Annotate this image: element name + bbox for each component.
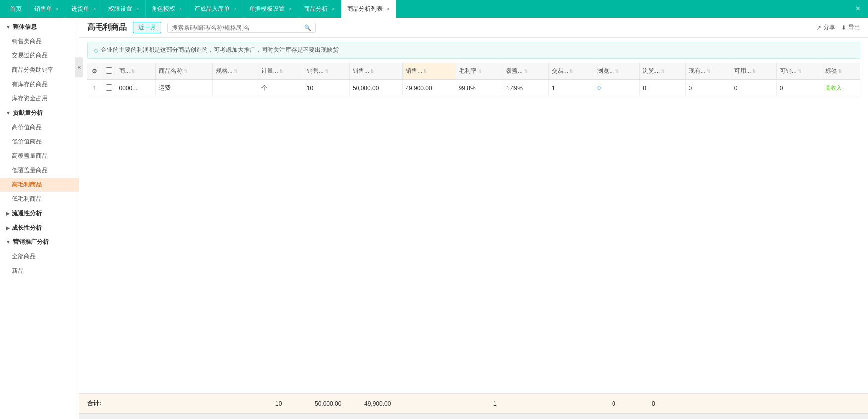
export-button[interactable]: ⬇ 导出 [841,23,860,32]
filter-period-button[interactable]: 近一月 [133,22,161,33]
sort-icon: ⇅ [184,69,188,74]
nav-label-home: 首页 [10,5,22,13]
th-available-stock[interactable]: 可用... ⇅ [731,63,776,80]
total-gross-margin-spacer [414,400,454,407]
share-button[interactable]: ↗ 分享 [817,23,835,32]
nav-close-all-button[interactable]: × [852,4,864,13]
sidebar-section-marketing[interactable]: ▼ 营销推广分析 [0,235,79,249]
th-sales-qty[interactable]: 销售... ⇅ [304,63,349,80]
th-spec[interactable]: 规格... ⇅ [212,63,258,80]
sort-icon: ⇅ [798,69,802,74]
sidebar-item-new-goods[interactable]: 新品 [0,264,79,278]
nav-item-sales[interactable]: 销售单 × [28,0,65,18]
close-icon[interactable]: × [332,6,335,12]
close-icon-active[interactable]: × [387,6,390,12]
nav-item-analysis-list[interactable]: 商品分析列表 × [341,0,396,18]
sidebar-section-growth[interactable]: ▶ 成长性分析 [0,221,79,235]
sidebar-section-overall[interactable]: ▼ 整体信息 [0,20,79,34]
sort-icon: ⇅ [325,69,329,74]
total-transaction: 1 [493,400,533,407]
th-name[interactable]: 商品名称 ⇅ [155,63,212,80]
nav-item-product-in[interactable]: 产成品入库单 × [188,0,243,18]
content-area: 高毛利商品 近一月 🔍 ↗ 分享 ⬇ 导出 ◇ 企业的主要的利润都是这部分商品创… [79,18,868,419]
nav-item-role[interactable]: 角色授权 × [146,0,189,18]
th-sellable-stock[interactable]: 可销... ⇅ [776,63,822,80]
sort-icon: ⇅ [569,69,573,74]
sidebar-item-low-value[interactable]: 低价值商品 [0,135,79,149]
footer-total: 合计: 10 50,000.00 49,900.00 1 0 0 [79,393,868,413]
th-views2[interactable]: 浏览... ⇅ [640,63,685,80]
close-icon[interactable]: × [93,6,96,12]
sidebar-item-high-coverage[interactable]: 高覆盖量商品 [0,149,79,163]
nav-item-purchase[interactable]: 进货单 × [65,0,102,18]
select-all-checkbox[interactable] [106,67,112,74]
cell-unit: 个 [258,80,304,96]
row-number: 1 [87,80,102,96]
close-icon[interactable]: × [179,6,182,12]
sidebar-item-sales-goods[interactable]: 销售类商品 [0,34,79,48]
sidebar-item-stock-capital[interactable]: 库存资金占用 [0,92,79,106]
sidebar-item-in-stock[interactable]: 有库存的商品 [0,77,79,92]
sidebar-section-contribution[interactable]: ▼ 贡献量分析 [0,106,79,120]
close-icon[interactable]: × [56,6,59,12]
main-container: ▼ 整体信息 销售类商品 交易过的商品 商品分类助销率 有库存的商品 库存资金占… [0,18,868,419]
collapse-icon: « [78,64,81,71]
sidebar-section-circulation[interactable]: ▶ 流通性分析 [0,206,79,221]
expand-arrow-icon: ▶ [6,211,10,216]
th-views1[interactable]: 浏览... ⇅ [594,63,640,80]
sidebar-item-low-margin[interactable]: 低毛利商品 [0,192,79,206]
th-transaction[interactable]: 交易... ⇅ [549,63,594,80]
nav-label-analysis-list: 商品分析列表 [347,5,383,13]
nav-item-template[interactable]: 单据模板设置 × [243,0,298,18]
close-icon[interactable]: × [234,6,237,12]
table-header-row: ⚙ 商... ⇅ 商品名称 [87,63,860,80]
th-sales-amount[interactable]: 销售... ⇅ [350,63,403,80]
sidebar-item-low-coverage[interactable]: 低覆盖量商品 [0,163,79,178]
cell-code: 0000... [116,80,155,96]
total-sales-amount: 50,000.00 [315,400,364,407]
sidebar-item-all-goods[interactable]: 全部商品 [0,249,79,264]
table-row: 1 0000... 运费 个 10 50,000.00 49,900.00 99… [87,80,860,96]
info-banner: ◇ 企业的主要的利润都是这部分商品创造的，可考虑加大推广，同时关注库存是不要出现… [87,42,860,59]
info-icon: ◇ [94,47,98,54]
sidebar-section-circulation-label: 流通性分析 [12,209,42,218]
sidebar-item-traded-goods[interactable]: 交易过的商品 [0,48,79,63]
th-tag[interactable]: 标签 ⇅ [822,63,860,80]
nav-label-permission: 权限设置 [108,5,132,13]
horizontal-scrollbar[interactable] [79,413,868,419]
sort-icon: ⇅ [838,69,842,74]
sidebar-section-contribution-label: 贡献量分析 [13,109,43,117]
cell-tag: 高收入 [822,80,860,96]
nav-item-permission[interactable]: 权限设置 × [102,0,146,18]
sidebar-section-growth-label: 成长性分析 [12,224,42,232]
th-unit[interactable]: 计量... ⇅ [258,63,304,80]
th-current-stock[interactable]: 现有... ⇅ [685,63,731,80]
header-actions: ↗ 分享 ⬇ 导出 [817,23,860,32]
search-icon[interactable]: 🔍 [304,24,311,31]
row-checkbox-cell [102,80,116,96]
tag-badge: 高收入 [825,85,842,91]
sidebar-collapse-button[interactable]: « [75,57,83,77]
export-icon: ⬇ [841,24,846,31]
th-sales-profit[interactable]: 销售... ⇅ [403,63,456,80]
row-checkbox[interactable] [106,84,112,91]
close-icon[interactable]: × [136,6,139,12]
th-gross-margin[interactable]: 毛利率 ⇅ [456,63,503,80]
sidebar-item-high-value[interactable]: 高价值商品 [0,120,79,135]
th-coverage[interactable]: 覆盖... ⇅ [503,63,548,80]
sidebar-item-high-margin[interactable]: 高毛利商品 [0,178,79,192]
page-title: 高毛利商品 [87,22,127,33]
settings-icon[interactable]: ⚙ [92,68,97,75]
nav-label-role: 角色授权 [152,5,175,13]
nav-item-analysis[interactable]: 商品分析 × [298,0,341,18]
sidebar-item-category-assist[interactable]: 商品分类助销率 [0,63,79,77]
data-table: ⚙ 商... ⇅ 商品名称 [87,63,860,96]
nav-item-home[interactable]: 首页 [4,0,28,18]
th-settings[interactable]: ⚙ [87,63,102,80]
search-input[interactable] [172,24,302,31]
cell-views1[interactable]: 0 [594,80,640,96]
cell-transaction: 1 [549,80,594,96]
total-available-stock: 0 [652,400,691,407]
close-icon[interactable]: × [289,6,292,12]
th-code[interactable]: 商... ⇅ [116,63,155,80]
